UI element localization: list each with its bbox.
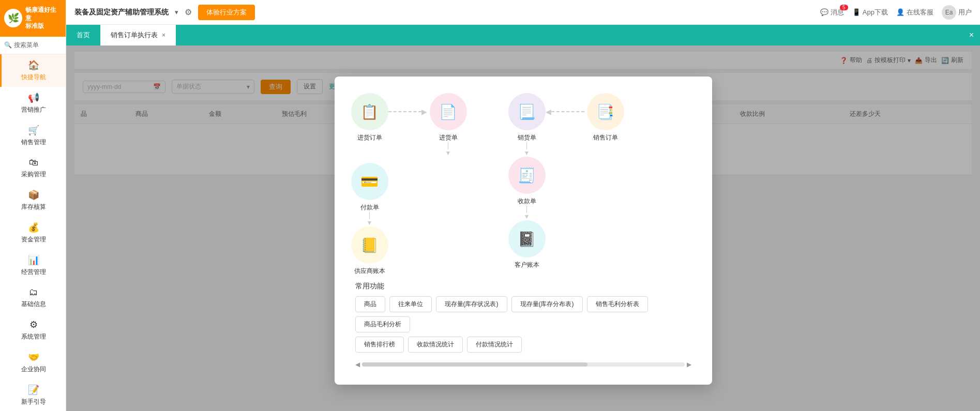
receipt-label: 收款单 — [518, 197, 536, 206]
scroll-arrows: ◀ ▶ — [355, 361, 691, 368]
func-btn-stock-dist[interactable]: 现存量(库存分布表) — [511, 296, 583, 312]
common-funcs: 常用功能 商品 往来单位 现存量(库存状况表) 现存量(库存分布表) 销售毛利分… — [347, 276, 700, 353]
func-btn-contacts[interactable]: 往来单位 — [389, 296, 432, 312]
gear-icon[interactable]: ⚙ — [185, 7, 192, 17]
flow-col-1: 📋 进货订单 💳 付款单 — [351, 93, 388, 276]
gap-col — [467, 93, 508, 276]
sidebar-item-enterprise[interactable]: 🤝 企业协同 — [0, 346, 66, 379]
sidebar-item-inventory[interactable]: 📦 库存核算 — [0, 184, 66, 217]
func-btn-stock-status[interactable]: 现存量(库存状况表) — [436, 296, 507, 312]
sidebar-item-purchase[interactable]: 🛍 采购管理 — [0, 152, 66, 184]
flow-section: 📋 进货订单 💳 付款单 — [347, 89, 700, 276]
sidebar-item-quick[interactable]: 🏠 快捷导航 — [0, 54, 66, 87]
func-buttons-row1: 商品 往来单位 现存量(库存状况表) 现存量(库存分布表) 销售毛利分析表 商品… — [355, 296, 691, 332]
content-area: ❓ 帮助 🖨 按模板打印 ▾ 📤 导出 🔄 刷新 — [66, 45, 980, 411]
sales-order-label: 销售订单 — [593, 133, 618, 142]
sidebar-item-system[interactable]: ⚙ 系统管理 — [0, 314, 66, 346]
topbar-dropdown-icon[interactable]: ▾ — [175, 8, 178, 16]
app-logo: 🌿 畅康通好生意 标准版 — [0, 0, 66, 37]
scrollbar-row: ◀ ▶ — [347, 357, 700, 372]
node-payment[interactable]: 💳 付款单 — [351, 163, 388, 212]
arrow-down-1: ▼ — [367, 212, 373, 226]
sales-icon: 🛒 — [28, 125, 39, 136]
payment-label: 付款单 — [360, 203, 379, 212]
purchase-bill-icon: 📄 — [430, 93, 467, 130]
receipt-icon: 🧾 — [508, 157, 546, 194]
message-icon: 💬 — [820, 8, 828, 16]
purchase-order-icon: 📋 — [351, 93, 388, 130]
sidebar-nav: 🏠 快捷导航 📢 营销推广 🛒 销售管理 🛍 采购管理 📦 库存核算 💰 — [0, 54, 66, 411]
service-icon: 👤 — [896, 8, 904, 16]
download-icon: 📱 — [852, 8, 861, 16]
home-icon: 🏠 — [28, 59, 39, 71]
sales-bill-icon: 📃 — [508, 93, 546, 130]
main-area: 装备及固定资产辅助管理系统 ▾ ⚙ 体验行业方案 💬 消息 5 📱 App下载 … — [66, 0, 980, 411]
node-sales-order[interactable]: 📑 销售订单 — [587, 93, 624, 142]
topbar: 装备及固定资产辅助管理系统 ▾ ⚙ 体验行业方案 💬 消息 5 📱 App下载 … — [66, 0, 980, 25]
experience-btn[interactable]: 体验行业方案 — [198, 5, 255, 20]
tabbar: 首页 销售订单执行表 × × — [66, 25, 980, 45]
system-title: 装备及固定资产辅助管理系统 — [74, 8, 169, 17]
modal-overlay[interactable]: 📋 进货订单 💳 付款单 — [66, 45, 980, 411]
system-icon: ⚙ — [29, 319, 38, 330]
sidebar-item-guide[interactable]: 📝 新手引导 — [0, 379, 66, 411]
sidebar-item-base[interactable]: 🗂 基础信息 — [0, 282, 66, 314]
user-menu[interactable]: Ea 用户 — [942, 5, 972, 20]
func-btn-goods[interactable]: 商品 — [355, 296, 385, 312]
base-icon: 🗂 — [29, 287, 38, 298]
avatar: Ea — [942, 5, 956, 20]
inventory-icon: 📦 — [28, 189, 39, 201]
scroll-right-icon[interactable]: ▶ — [687, 361, 691, 368]
h-arrow-2: ◀ — [546, 93, 587, 276]
finance-icon: 💰 — [28, 222, 39, 233]
func-btn-payment-stats[interactable]: 付款情况统计 — [467, 337, 522, 353]
guide-icon: 📝 — [28, 384, 39, 395]
message-btn[interactable]: 💬 消息 5 — [820, 8, 844, 17]
func-buttons-row2: 销售排行榜 收款情况统计 付款情况统计 — [355, 337, 691, 353]
common-funcs-title: 常用功能 — [355, 282, 691, 291]
sidebar-item-marketing[interactable]: 📢 营销推广 — [0, 87, 66, 119]
tab-close-icon[interactable]: × — [162, 32, 165, 39]
online-service-btn[interactable]: 👤 在线客服 — [896, 8, 933, 17]
node-supplier-book[interactable]: 📒 供应商账本 — [351, 226, 388, 276]
message-badge: 5 — [840, 5, 848, 10]
modal-dialog: 📋 进货订单 💳 付款单 — [335, 77, 712, 385]
node-purchase-bill[interactable]: 📄 进货单 — [430, 93, 467, 142]
tab-home[interactable]: 首页 — [66, 25, 100, 45]
node-receipt[interactable]: 🧾 收款单 — [508, 157, 546, 206]
search-icon: 🔍 — [4, 41, 12, 49]
func-btn-goods-gross[interactable]: 商品毛利分析 — [355, 316, 410, 332]
arrow-down-2: ▼ — [445, 142, 451, 157]
func-btn-receipt-stats[interactable]: 收款情况统计 — [408, 337, 463, 353]
supplier-book-label: 供应商账本 — [354, 267, 385, 276]
node-customer-book[interactable]: 📓 客户账本 — [508, 220, 546, 269]
func-btn-sales-rank[interactable]: 销售排行榜 — [355, 337, 404, 353]
business-icon: 📊 — [28, 254, 39, 266]
purchase-bill-label: 进货单 — [439, 133, 458, 142]
tabbar-close-icon[interactable]: × — [969, 31, 974, 40]
sidebar-item-sales[interactable]: 🛒 销售管理 — [0, 119, 66, 152]
node-purchase-order[interactable]: 📋 进货订单 — [351, 93, 388, 142]
tab-sales-order[interactable]: 销售订单执行表 × — [100, 25, 176, 45]
search-menu[interactable]: 🔍 搜索菜单 — [0, 37, 66, 54]
arrow-down-3: ▼ — [524, 142, 530, 157]
marketing-icon: 📢 — [28, 92, 39, 103]
scrollbar-track[interactable] — [362, 362, 685, 367]
func-btn-sales-gross[interactable]: 销售毛利分析表 — [587, 296, 648, 312]
purchase-order-label: 进货订单 — [357, 133, 382, 142]
flow-col-2: 📄 进货单 ▼ — [430, 93, 467, 276]
scrollbar-thumb — [362, 362, 588, 367]
app-download-btn[interactable]: 📱 App下载 — [852, 8, 888, 17]
sidebar-item-finance[interactable]: 💰 资金管理 — [0, 217, 66, 249]
h-arrow-1: ▶ — [388, 93, 430, 276]
sidebar: 🌿 畅康通好生意 标准版 🔍 搜索菜单 🏠 快捷导航 📢 营销推广 🛒 销售管理 — [0, 0, 66, 411]
sidebar-item-business[interactable]: 📊 经营管理 — [0, 249, 66, 282]
node-sales-bill[interactable]: 📃 销货单 — [508, 93, 546, 142]
purchase-icon: 🛍 — [29, 157, 38, 168]
logo-icon: 🌿 — [4, 9, 22, 27]
enterprise-icon: 🤝 — [28, 352, 39, 363]
topbar-actions: 💬 消息 5 📱 App下载 👤 在线客服 Ea 用户 — [820, 5, 972, 20]
scroll-left-icon[interactable]: ◀ — [355, 361, 360, 368]
arrow-down-4: ▼ — [524, 206, 530, 220]
sales-order-icon: 📑 — [587, 93, 624, 130]
